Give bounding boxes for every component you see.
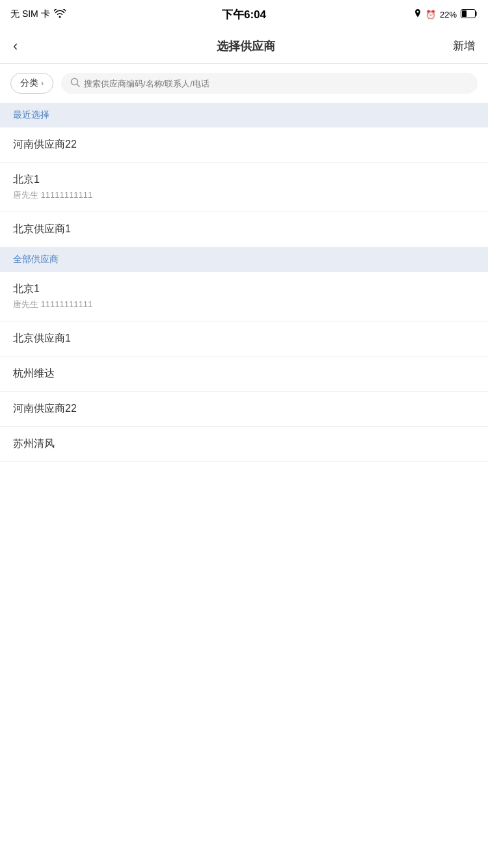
status-left: 无 SIM 卡: [10, 8, 66, 20]
add-button[interactable]: 新增: [453, 38, 475, 53]
svg-line-3: [77, 85, 80, 87]
item-name: 北京1: [13, 173, 475, 187]
status-time: 下午6:04: [222, 7, 266, 22]
sim-label: 无 SIM 卡: [10, 8, 50, 20]
filter-bar: 分类 ›: [0, 64, 488, 103]
battery-icon: [461, 9, 478, 20]
list-item[interactable]: 北京供应商1: [0, 321, 488, 357]
list-item[interactable]: 河南供应商22: [0, 392, 488, 427]
search-input[interactable]: [84, 79, 468, 88]
item-name: 苏州清风: [13, 437, 475, 451]
recent-items-list: 河南供应商22北京1唐先生 11111111111北京供应商1: [0, 128, 488, 247]
battery-percentage: 22%: [440, 10, 457, 20]
nav-bar: ‹ 选择供应商 新增: [0, 29, 488, 64]
item-name: 杭州维达: [13, 367, 475, 381]
location-icon: [414, 9, 422, 20]
svg-rect-1: [462, 10, 467, 17]
nav-title: 选择供应商: [217, 38, 275, 54]
item-name: 河南供应商22: [13, 138, 475, 152]
back-button[interactable]: ‹: [13, 38, 39, 55]
list-item[interactable]: 北京1唐先生 11111111111: [0, 163, 488, 212]
wifi-icon: [54, 9, 66, 20]
all-items-list: 北京1唐先生 11111111111北京供应商1杭州维达河南供应商22苏州清风: [0, 272, 488, 462]
list-item[interactable]: 苏州清风: [0, 427, 488, 462]
item-sub: 唐先生 11111111111: [13, 189, 475, 201]
status-right: ⏰ 22%: [414, 9, 478, 20]
alarm-icon: ⏰: [426, 10, 436, 20]
list-item[interactable]: 河南供应商22: [0, 128, 488, 163]
item-name: 北京1: [13, 282, 475, 296]
list-item[interactable]: 北京1唐先生 11111111111: [0, 272, 488, 321]
status-bar: 无 SIM 卡 下午6:04 ⏰ 22%: [0, 0, 488, 29]
list-item[interactable]: 北京供应商1: [0, 212, 488, 247]
recent-section-header: 最近选择: [0, 103, 488, 128]
item-name: 河南供应商22: [13, 402, 475, 416]
category-label: 分类: [20, 77, 38, 89]
item-sub: 唐先生 11111111111: [13, 299, 475, 310]
category-filter-button[interactable]: 分类 ›: [10, 73, 53, 94]
search-icon: [70, 77, 80, 89]
search-box: [61, 73, 478, 94]
chevron-right-icon: ›: [41, 79, 44, 88]
item-name: 北京供应商1: [13, 332, 475, 346]
list-item[interactable]: 杭州维达: [0, 357, 488, 392]
item-name: 北京供应商1: [13, 223, 475, 236]
all-section-header: 全部供应商: [0, 247, 488, 272]
